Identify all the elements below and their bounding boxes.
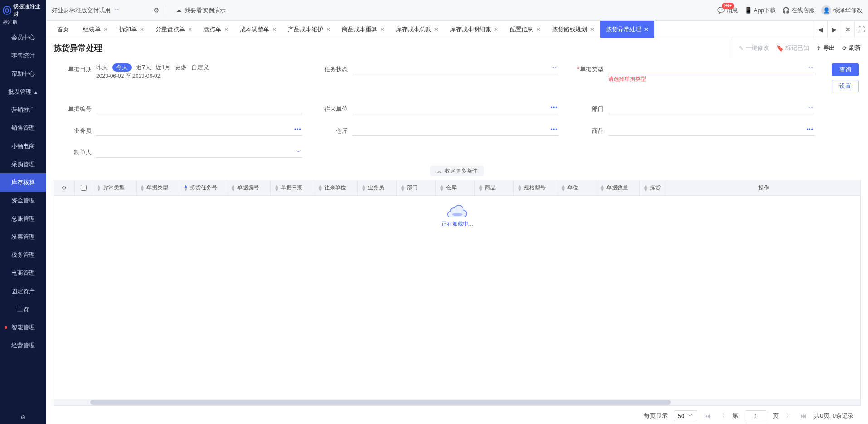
sidebar-item-business-mgmt[interactable]: 经营管理 <box>0 337 46 355</box>
more-icon[interactable]: ••• <box>806 126 814 133</box>
horizontal-scrollbar[interactable] <box>54 399 860 405</box>
tab-assembly[interactable]: 组装单✕ <box>78 21 114 38</box>
page-next-button[interactable]: 〉 <box>785 412 793 420</box>
sidebar-item-ai-mgmt[interactable]: 智能管理 <box>0 318 46 337</box>
close-icon[interactable]: ✕ <box>224 26 229 33</box>
per-page-select[interactable]: 50﹀ <box>674 410 697 421</box>
salesman-input[interactable] <box>96 125 302 136</box>
col-pick-task-no[interactable]: ▲▼拣货任务号 <box>180 180 227 195</box>
sidebar-item-funds-mgmt[interactable]: 资金管理 <box>0 192 46 210</box>
tab-goods-cost-recalc[interactable]: 商品成本重算✕ <box>336 21 390 38</box>
more-icon[interactable]: ••• <box>551 105 558 111</box>
col-doc-date[interactable]: ▲▼单据日期 <box>271 180 314 195</box>
col-department[interactable]: ▲▼部门 <box>397 180 436 195</box>
page-prev-button[interactable]: 〈 <box>718 412 726 420</box>
tab-product-cost[interactable]: 产品成本维护✕ <box>283 21 336 38</box>
sidebar-item-ecom-mgmt[interactable]: 电商管理 <box>0 264 46 282</box>
col-pick[interactable]: ▲▼拣货 <box>640 180 667 195</box>
sidebar-item-salary[interactable]: 工资 <box>0 300 46 318</box>
chevron-down-icon[interactable]: ﹀ <box>808 105 814 112</box>
tabs-prev-button[interactable]: ◀ <box>814 21 827 38</box>
tab-partial-count[interactable]: 分量盘点单✕ <box>150 21 198 38</box>
sidebar-item-purchase-mgmt[interactable]: 采购管理 <box>0 155 46 173</box>
sidebar-item-help-center[interactable]: 帮助中心 <box>0 65 46 83</box>
settings-button[interactable]: 设置 <box>832 80 859 92</box>
close-icon[interactable]: ✕ <box>590 26 595 33</box>
sidebar-item-sales-mgmt[interactable]: 销售管理 <box>0 119 46 137</box>
product-selector[interactable]: 好业财标准版交付试用 ﹀ <box>52 6 147 14</box>
col-qty[interactable]: ▲▼单据数量 <box>596 180 640 195</box>
close-icon[interactable]: ✕ <box>140 26 144 33</box>
tabs-close-button[interactable]: ✕ <box>841 21 854 38</box>
tab-home[interactable]: 首页 <box>52 21 78 38</box>
scrollbar-thumb[interactable] <box>90 400 671 405</box>
sidebar-item-wholesale-mgmt[interactable]: 批发管理▲ <box>0 83 46 101</box>
tab-config-info[interactable]: 配置信息✕ <box>504 21 546 38</box>
tabs-next-button[interactable]: ▶ <box>827 21 841 38</box>
col-unit[interactable]: ▲▼单位 <box>557 180 596 195</box>
col-checkbox[interactable] <box>75 180 93 195</box>
tab-count[interactable]: 盘点单✕ <box>198 21 234 38</box>
col-salesman[interactable]: ▲▼业务员 <box>358 180 397 195</box>
tab-cost-adj[interactable]: 成本调整单✕ <box>234 21 283 38</box>
more-icon[interactable]: ••• <box>294 126 302 133</box>
close-icon[interactable]: ✕ <box>434 26 439 33</box>
close-icon[interactable]: ✕ <box>188 26 192 33</box>
col-exception-type[interactable]: ▲▼异常类型 <box>93 180 137 195</box>
sidebar-item-marketing[interactable]: 营销推广 <box>0 101 46 119</box>
tab-pick-exception[interactable]: 拣货异常处理✕ <box>600 21 654 38</box>
app-download-button[interactable]: 📱 App下载 <box>745 6 776 14</box>
sidebar-settings[interactable]: ⚙ <box>0 410 46 424</box>
warehouse-input[interactable] <box>352 125 559 136</box>
sidebar-item-retail-stats[interactable]: 零售统计 <box>0 47 46 65</box>
sidebar-item-general-ledger[interactable]: 总账管理 <box>0 210 46 228</box>
more-icon[interactable]: ••• <box>551 126 558 133</box>
chip-last7[interactable]: 近7天 <box>136 63 151 72</box>
doc-no-input[interactable] <box>96 103 302 114</box>
tabs-fullscreen-button[interactable]: ⛶ <box>854 21 868 38</box>
select-all-checkbox[interactable] <box>81 185 87 191</box>
sidebar-item-inventory-cost[interactable]: 库存核算 <box>0 173 46 192</box>
close-icon[interactable]: ✕ <box>494 26 498 33</box>
online-service-button[interactable]: 🎧 在线客服 <box>782 6 815 14</box>
chip-yesterday[interactable]: 昨天 <box>96 63 108 72</box>
task-status-input[interactable] <box>352 63 559 74</box>
maker-input[interactable] <box>96 147 302 158</box>
sidebar-item-invoice-mgmt[interactable]: 发票管理 <box>0 228 46 246</box>
close-icon[interactable]: ✕ <box>326 26 331 33</box>
refresh-button[interactable]: ⟳刷新 <box>842 44 861 52</box>
chip-more[interactable]: 更多 <box>175 63 187 72</box>
close-icon[interactable]: ✕ <box>380 26 385 33</box>
chevron-down-icon[interactable]: ﹀ <box>808 65 814 72</box>
tab-disassembly[interactable]: 拆卸单✕ <box>114 21 150 38</box>
close-icon[interactable]: ✕ <box>103 26 108 33</box>
page-first-button[interactable]: ⏮ <box>703 412 712 419</box>
sidebar-item-tax-mgmt[interactable]: 税务管理 <box>0 246 46 264</box>
page-input[interactable] <box>745 410 766 421</box>
product-settings-button[interactable]: ⚙ <box>153 6 159 14</box>
user-menu[interactable]: 👤 徐泽华修改 <box>821 5 863 15</box>
page-last-button[interactable]: ⏭ <box>800 412 808 419</box>
chevron-down-icon[interactable]: ﹀ <box>296 148 302 156</box>
col-doc-no[interactable]: ▲▼单据编号 <box>227 180 271 195</box>
sidebar-item-fixed-assets[interactable]: 固定资产 <box>0 282 46 300</box>
collapse-filters-button[interactable]: ︽ 收起更多条件 <box>430 166 484 176</box>
export-button[interactable]: ⇪导出 <box>816 44 835 52</box>
col-warehouse[interactable]: ▲▼仓库 <box>436 180 475 195</box>
demo-link[interactable]: ☁ 我要看实例演示 <box>176 6 226 14</box>
chip-custom[interactable]: 自定义 <box>191 63 209 72</box>
tab-pick-route[interactable]: 拣货路线规划✕ <box>546 21 600 38</box>
sidebar-item-xiaochang-ecom[interactable]: 小畅电商 <box>0 137 46 155</box>
tab-inventory-cost-ledger[interactable]: 库存成本总账✕ <box>390 21 444 38</box>
search-button[interactable]: 查询 <box>832 63 859 76</box>
chevron-down-icon[interactable]: ﹀ <box>552 65 557 72</box>
tab-inventory-cost-detail[interactable]: 库存成本明细账✕ <box>444 21 504 38</box>
col-settings[interactable]: ⚙ <box>54 180 75 195</box>
col-product[interactable]: ▲▼商品 <box>475 180 514 195</box>
chip-today[interactable]: 今天 <box>112 63 132 72</box>
doc-type-input[interactable] <box>608 63 814 74</box>
messages-button[interactable]: 99+ 💬 消息 <box>717 6 738 14</box>
partner-input[interactable] <box>352 103 559 114</box>
close-icon[interactable]: ✕ <box>644 26 649 33</box>
chip-last1m[interactable]: 近1月 <box>156 63 171 72</box>
